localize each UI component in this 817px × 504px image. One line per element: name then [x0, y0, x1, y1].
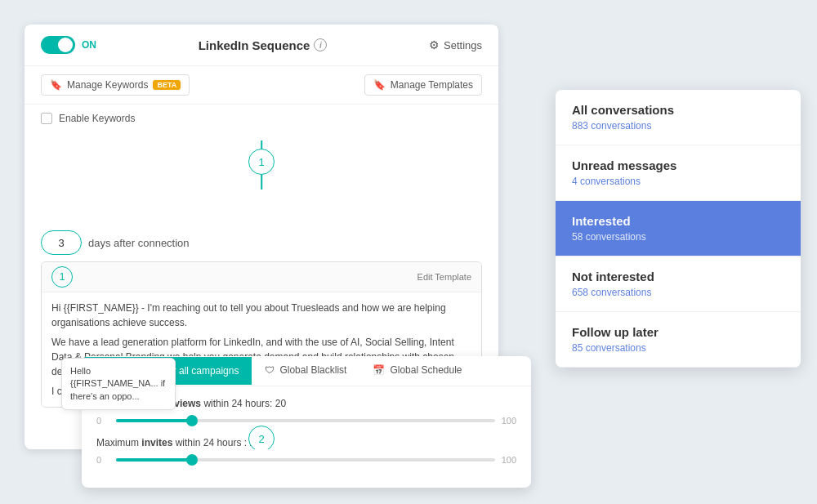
invites-track [116, 458, 495, 462]
invites-slider-container: 0 100 [96, 455, 516, 465]
conv-item-unread[interactable]: Unread messages 4 conversations [556, 145, 801, 201]
days-row: days after connection [41, 230, 482, 255]
toolbar: 🔖 Manage Keywords BETA 🔖 Manage Template… [25, 66, 498, 105]
enable-keywords-row: Enable Keywords [25, 105, 498, 132]
conv-not-interested-count: 658 conversations [572, 287, 784, 298]
invites-label: Maximum invites within 24 hours : 20 [96, 437, 516, 448]
profile-views-track [116, 419, 495, 422]
tab-global-blacklist[interactable]: 🛡 Global Blacklist [252, 356, 359, 386]
conv-item-interested[interactable]: Interested 58 conversations [556, 201, 801, 256]
enable-keywords-checkbox[interactable] [41, 113, 52, 124]
settings-button[interactable]: ⚙ Settings [429, 38, 482, 51]
invites-row: Maximum invites within 24 hours : 20 0 1… [96, 437, 516, 465]
conv-all-title: All conversations [572, 103, 784, 117]
manage-keywords-button[interactable]: 🔖 Manage Keywords BETA [41, 74, 190, 96]
on-toggle[interactable] [41, 36, 75, 54]
main-panel-header: ON LinkedIn Sequence i ⚙ Settings [25, 25, 498, 66]
slider2-min: 0 [96, 455, 109, 465]
toggle-label: ON [82, 39, 96, 51]
conv-interested-count: 58 conversations [572, 231, 784, 243]
days-input[interactable] [41, 230, 82, 255]
conv-follow-up-count: 85 conversations [572, 342, 784, 354]
template-number: 1 [51, 266, 73, 288]
shield-icon: 🛡 [265, 364, 275, 376]
step2-circle: 2 [248, 426, 275, 449]
page-title: LinkedIn Sequence i [199, 38, 328, 52]
invites-fill [116, 458, 192, 462]
invites-thumb[interactable] [186, 454, 198, 466]
profile-views-fill [116, 419, 192, 422]
conv-item-follow-up[interactable]: Follow up later 85 conversations [556, 312, 801, 368]
step1-circle: 1 [248, 149, 275, 175]
tab-global-schedule[interactable]: 📅 Global Schedule [359, 356, 475, 386]
conv-interested-title: Interested [572, 214, 784, 228]
conversations-panel: All conversations 883 conversations Unre… [556, 90, 801, 368]
info-icon: i [314, 38, 327, 51]
profile-views-slider-container: 0 100 [96, 416, 516, 426]
days-after-label: days after connection [88, 237, 190, 249]
enable-keywords-label: Enable Keywords [59, 113, 135, 124]
edit-template-button[interactable]: Edit Template [417, 272, 471, 282]
toggle-container: ON [41, 36, 96, 54]
conv-item-not-interested[interactable]: Not interested 658 conversations [556, 256, 801, 312]
beta-badge: BETA [153, 80, 181, 90]
second-message-preview: Hello {{FIRST_NAME_NA... if there's an o… [61, 358, 176, 410]
conv-item-all[interactable]: All conversations 883 conversations [556, 90, 801, 145]
manage-templates-button[interactable]: 🔖 Manage Templates [364, 74, 482, 96]
slider1-max: 100 [502, 416, 516, 426]
conv-unread-title: Unread messages [572, 158, 784, 172]
conv-not-interested-title: Not interested [572, 270, 784, 283]
bookmark-icon: 🔖 [50, 79, 62, 91]
profile-views-thumb[interactable] [186, 415, 198, 426]
calendar-icon: 📅 [373, 364, 385, 376]
message-header-1: 1 Edit Template [42, 262, 481, 292]
toolbar-left: 🔖 Manage Keywords BETA [41, 74, 190, 96]
bookmark-icon-2: 🔖 [373, 79, 386, 91]
conv-follow-up-title: Follow up later [572, 325, 784, 339]
conv-all-count: 883 conversations [572, 120, 784, 132]
slider1-min: 0 [96, 416, 109, 426]
gear-icon: ⚙ [429, 38, 440, 51]
slider2-max: 100 [502, 455, 516, 465]
conv-unread-count: 4 conversations [572, 176, 784, 187]
